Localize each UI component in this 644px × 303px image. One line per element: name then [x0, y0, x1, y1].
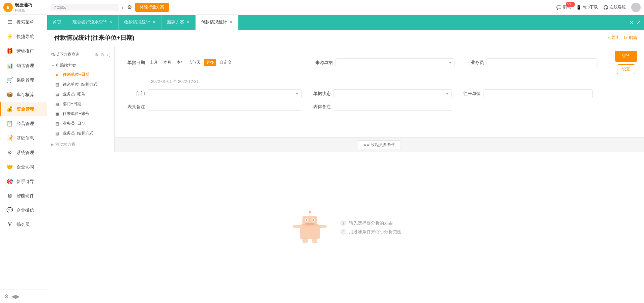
- date-option-this-month[interactable]: 本月: [161, 59, 173, 66]
- scheme-grid-icon-3: ▤: [55, 102, 61, 107]
- finance-icon: 💰: [6, 106, 13, 112]
- header-right: 💬 消息 99+ 📱 App下载 🎧 在线客服: [556, 3, 641, 12]
- sidebar-item-system[interactable]: ⚙ 系统管理: [0, 145, 47, 160]
- body-note-input[interactable]: [333, 103, 451, 111]
- tab-fullscreen-btn[interactable]: ⤢: [636, 19, 641, 26]
- tab-cashflow-close[interactable]: ✕: [110, 20, 113, 25]
- refresh-button[interactable]: ↻ 刷新: [623, 35, 637, 41]
- sidebar-item-sales[interactable]: 📊 销售管理: [0, 58, 47, 73]
- scheme-item-5[interactable]: ▤ 业务员+日期: [47, 119, 114, 128]
- scheme-actions: ⊕ ⊙ ◁: [94, 52, 110, 57]
- sidebar-item-search[interactable]: ☰ 搜索菜单: [0, 15, 47, 29]
- sidebar-item-inventory[interactable]: 📦 库存核算: [0, 87, 47, 102]
- sidebar-settings-btn[interactable]: ⚙: [4, 293, 9, 300]
- tab-home[interactable]: 首页: [47, 15, 67, 30]
- export-button[interactable]: ↑ 导出: [608, 35, 620, 41]
- app-download-btn[interactable]: 📱 App下载: [576, 4, 598, 10]
- sidebar-item-member[interactable]: V 畅会员: [0, 217, 47, 232]
- counterpart-input[interactable]: [484, 89, 593, 98]
- scheme-desktop-title[interactable]: ▼ 电脑端方案: [47, 61, 114, 70]
- empty-tip-1: 1 请先选择要分析的方案: [340, 220, 402, 226]
- scheme-item-0[interactable]: ● 往来单位+日期: [47, 70, 114, 80]
- voucher-select[interactable]: ▾: [333, 89, 451, 98]
- user-avatar[interactable]: [631, 3, 641, 12]
- download-icon: 📱: [576, 5, 581, 10]
- sidebar-label-basicinfo: 基础信息: [17, 135, 34, 141]
- dept-select[interactable]: ▾: [148, 89, 302, 98]
- date-option-last-month[interactable]: 上月: [148, 59, 160, 66]
- collapse-conditions-btn[interactable]: ∧∧ 收起更多条件: [358, 140, 401, 149]
- trial-button[interactable]: 体验行业方案: [135, 3, 169, 12]
- sidebar-label-purchase: 采购管理: [17, 77, 34, 83]
- salesperson-dots[interactable]: ···: [600, 60, 606, 65]
- scheme-active-icon: ●: [55, 72, 61, 78]
- sidebar-label-management: 经营管理: [17, 121, 34, 127]
- date-option-this-year[interactable]: 本年: [175, 59, 187, 66]
- member-icon: V: [6, 221, 13, 228]
- sidebar-item-purchase[interactable]: 🛒 采购管理: [0, 73, 47, 87]
- tab-payment-label: 付款情况统计: [201, 19, 227, 25]
- page-actions: ↑ 导出 ↻ 刷新: [608, 35, 638, 41]
- voucher-label: 单据状态: [307, 91, 331, 97]
- date-option-7days[interactable]: 近7天: [188, 59, 203, 66]
- tab-cashflow[interactable]: 现金银行流水查询 ✕: [67, 15, 119, 30]
- sidebar-item-collaboration[interactable]: 🤝 企业协同: [0, 160, 47, 174]
- sidebar-item-finance[interactable]: 💰 资金管理: [0, 102, 47, 116]
- scheme-mobile-title[interactable]: ▶ 移动端方案: [47, 140, 114, 149]
- sidebar-item-basicinfo[interactable]: 📝 基础信息: [0, 131, 47, 145]
- counterpart-dots[interactable]: ···: [595, 91, 602, 96]
- tab-payment-close[interactable]: ✕: [229, 20, 233, 25]
- date-option-custom[interactable]: 自定义: [217, 59, 234, 66]
- messages-btn[interactable]: 💬 消息 99+: [556, 4, 571, 10]
- scheme-add-icon[interactable]: ⊕: [94, 52, 98, 57]
- export-icon: ↑: [608, 35, 610, 40]
- online-service-btn[interactable]: 🎧 在线客服: [603, 4, 626, 10]
- tab-receipt[interactable]: 收款情况统计 ✕: [119, 15, 162, 30]
- scheme-collapse-icon[interactable]: ◁: [107, 52, 110, 57]
- tab-newplan[interactable]: 新建方案 ✕: [162, 15, 196, 30]
- filter-container: 按以下方案查询 ⊕ ⊙ ◁ ▼ 电脑端方案 ● 往来单位+日期: [47, 46, 644, 152]
- sidebar-item-wxwork[interactable]: 💬 企业微信: [0, 203, 47, 217]
- filter-row-2: 部门 ▾ 单据状态 ▾: [121, 89, 637, 98]
- tab-cashflow-label: 现金银行流水查询: [72, 19, 108, 25]
- sidebar-label-system: 系统管理: [17, 150, 34, 156]
- sidebar-item-guide[interactable]: 🎯 新手引导: [0, 174, 47, 189]
- sidebar-label-wxwork: 企业微信: [17, 207, 34, 213]
- scheme-grid-icon-6: ▤: [55, 131, 61, 136]
- tab-close-all-btn[interactable]: ✕: [629, 19, 634, 26]
- sidebar-item-management[interactable]: 📋 经营管理: [0, 116, 47, 131]
- source-select[interactable]: ▾: [335, 58, 455, 67]
- url-bar[interactable]: https://: [51, 4, 118, 11]
- salesperson-input[interactable]: [487, 58, 597, 67]
- scheme-item-1[interactable]: ▤ 往来单位+结算方式: [47, 80, 114, 89]
- scheme-item-2[interactable]: ▤ 业务员+账号: [47, 89, 114, 99]
- tab-newplan-close[interactable]: ✕: [186, 20, 190, 25]
- sidebar-label-member: 畅会员: [17, 221, 30, 228]
- scheme-item-6[interactable]: ▤ 业务员+结算方式: [47, 128, 114, 138]
- sales-icon: 📊: [6, 62, 13, 69]
- query-button[interactable]: 查询: [615, 51, 637, 62]
- chevron-down-icon[interactable]: ▾: [121, 5, 124, 10]
- sidebar-label-marketing: 营销推广: [17, 48, 34, 54]
- scheme-item-3[interactable]: ▤ 部门+日期: [47, 99, 114, 109]
- settings-button[interactable]: 设置: [617, 64, 635, 74]
- date-options: 上月 本月 本年 近7天 更多 自定义: [148, 59, 234, 66]
- sidebar-collapse-btn[interactable]: ◀▶: [11, 293, 20, 300]
- sidebar-item-quicknav[interactable]: ⚡ 快捷导航: [0, 29, 47, 44]
- scheme-grid-icon-1: ▤: [55, 82, 61, 87]
- source-chevron-icon: ▾: [449, 60, 451, 65]
- header-settings-icon[interactable]: ⚙: [127, 4, 132, 10]
- header-note-col: 表头备注: [121, 103, 302, 111]
- messages-badge: 99+: [566, 2, 575, 7]
- sidebar-item-hardware[interactable]: 🖥 智能硬件: [0, 189, 47, 203]
- header-note-input[interactable]: [148, 103, 302, 111]
- tab-receipt-close[interactable]: ✕: [152, 20, 156, 25]
- app-edition: 标准版: [15, 8, 32, 13]
- scheme-item-4[interactable]: ▦ 往来单位+账号: [47, 109, 114, 119]
- scheme-settings-icon[interactable]: ⊙: [100, 52, 105, 57]
- source-label: 来源单据: [309, 60, 333, 66]
- date-option-more[interactable]: 更多: [204, 59, 216, 66]
- tab-payment[interactable]: 付款情况统计 ✕: [196, 15, 238, 30]
- sidebar-item-marketing[interactable]: 🎁 营销推广: [0, 44, 47, 58]
- date-label: 单据日期: [121, 60, 145, 66]
